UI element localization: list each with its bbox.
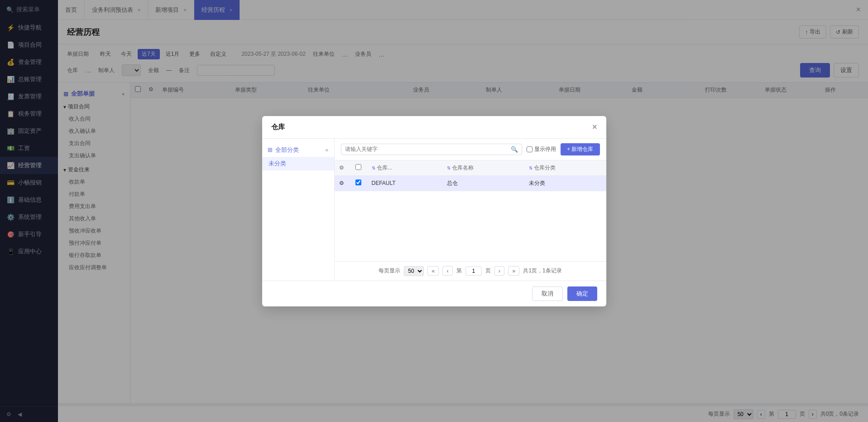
- th-modal-settings: ⚙: [335, 160, 351, 176]
- search-icon-modal: 🔍: [511, 146, 518, 153]
- modal-page-input[interactable]: [465, 267, 482, 276]
- modal-page-label: 第: [456, 267, 462, 275]
- row-code: DEFAULT: [367, 175, 443, 191]
- th-modal-name: ⇅ 仓库名称: [442, 160, 524, 176]
- grid-icon-modal: ⊞: [268, 146, 273, 153]
- row-name: 总仓: [442, 175, 524, 191]
- modal-left-scroll: 未分类: [262, 157, 334, 276]
- row-select-checkbox[interactable]: [355, 179, 361, 185]
- warehouse-modal: 仓库 × ⊞ 全部分类 « 未分类: [262, 116, 606, 306]
- modal-per-page-label: 每页显示: [379, 267, 400, 275]
- modal-total: 共1页，1条记录: [523, 267, 561, 275]
- modal-overlay: 仓库 × ⊞ 全部分类 « 未分类: [0, 0, 868, 422]
- table-row[interactable]: ⚙ DEFAULT 总仓 未分类: [335, 175, 606, 191]
- modal-footer: 取消 确定: [262, 281, 606, 306]
- modal-table-body: ⚙ DEFAULT 总仓 未分类: [335, 175, 606, 191]
- show-disabled-checkbox[interactable]: [527, 146, 532, 152]
- modal-header: 仓库 ×: [262, 116, 606, 139]
- modal-right-panel: 🔍 显示停用 + 新增仓库 ⚙: [335, 139, 606, 281]
- modal-left-toggle[interactable]: «: [325, 146, 328, 153]
- row-category: 未分类: [524, 175, 606, 191]
- modal-title: 仓库: [271, 123, 285, 131]
- show-disabled-label[interactable]: 显示停用: [527, 146, 556, 153]
- modal-select-all[interactable]: [355, 164, 361, 170]
- modal-pagination: 每页显示 50 « ‹ 第 页 › » 共1页，1条记录: [335, 261, 606, 281]
- modal-next-page[interactable]: ›: [494, 266, 504, 276]
- row-checkbox: [351, 175, 367, 191]
- row-settings: ⚙: [335, 175, 351, 191]
- modal-right-toolbar: 🔍 显示停用 + 新增仓库: [335, 139, 606, 160]
- modal-page-suffix: 页: [485, 267, 491, 275]
- modal-search-box[interactable]: 🔍: [341, 144, 523, 155]
- cancel-button[interactable]: 取消: [532, 286, 563, 301]
- modal-category-uncategorized[interactable]: 未分类: [262, 157, 334, 170]
- th-modal-category: ⇅ 仓库分类: [524, 160, 606, 176]
- add-warehouse-button[interactable]: + 新增仓库: [561, 143, 599, 155]
- modal-left-panel: ⊞ 全部分类 « 未分类: [262, 139, 335, 281]
- modal-prev-page[interactable]: ‹: [442, 266, 452, 276]
- modal-table: ⚙ ⇅ 仓库... ⇅ 仓库名称: [335, 160, 606, 261]
- modal-per-page-select[interactable]: 50: [404, 266, 424, 276]
- modal-last-page[interactable]: »: [508, 266, 519, 276]
- th-modal-checkbox: [351, 160, 367, 176]
- th-modal-code: ⇅ 仓库...: [367, 160, 443, 176]
- modal-left-header[interactable]: ⊞ 全部分类 «: [262, 143, 334, 157]
- modal-search-input[interactable]: [345, 146, 508, 152]
- confirm-button[interactable]: 确定: [567, 286, 597, 301]
- modal-first-page[interactable]: «: [427, 266, 439, 276]
- modal-close-button[interactable]: ×: [592, 122, 597, 132]
- modal-body: ⊞ 全部分类 « 未分类 🔍: [262, 139, 606, 281]
